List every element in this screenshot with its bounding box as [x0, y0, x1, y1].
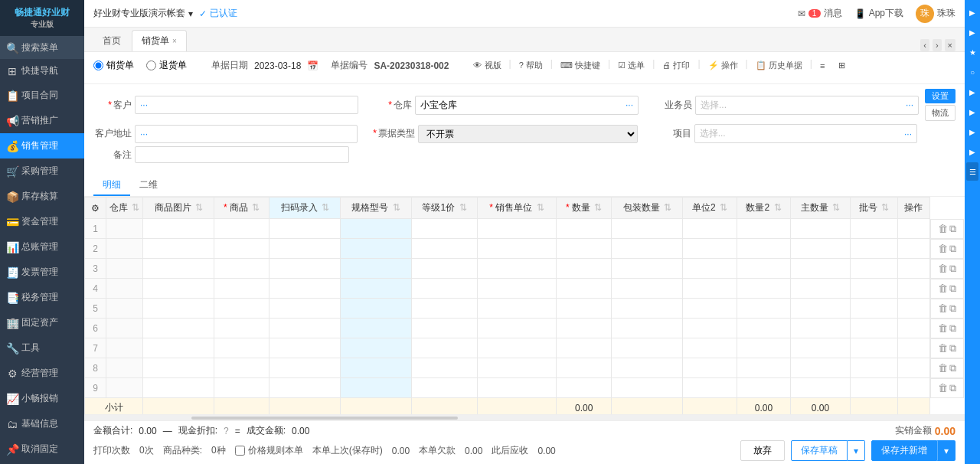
row-warehouse-7[interactable] [143, 338, 214, 358]
hscroll[interactable] [84, 414, 965, 420]
row-qty2-1[interactable] [791, 219, 850, 239]
col-qty[interactable]: * 数量 ⇅ [557, 198, 612, 219]
action-print[interactable]: 🖨 打印 [656, 58, 696, 73]
row-qty-1[interactable] [612, 219, 683, 239]
row-product-img-6[interactable] [214, 319, 270, 338]
row-qty2-9[interactable] [791, 378, 850, 398]
row-batch-3[interactable] [897, 259, 929, 279]
row-warehouse-2[interactable] [143, 239, 214, 259]
customer-dots[interactable]: ··· [140, 100, 148, 110]
col-product-img[interactable]: 商品图片 ⇅ [143, 198, 214, 219]
row-grade-price-7[interactable] [477, 338, 556, 358]
row-unit2-6[interactable] [737, 319, 791, 338]
staff-input[interactable]: 选择... ··· [695, 96, 919, 115]
row-barcode-2[interactable] [341, 239, 412, 259]
right-tool-8[interactable]: ▶ [966, 142, 978, 161]
row-unit2-9[interactable] [737, 378, 791, 398]
right-tool-3[interactable]: ★ [966, 43, 978, 61]
row-delete-2[interactable]: 🗑 [938, 243, 948, 254]
sort-product-img-icon[interactable]: ⇅ [195, 202, 203, 213]
row-qty-3[interactable] [612, 259, 683, 279]
row-delete-8[interactable]: 🗑 [938, 362, 948, 374]
action-operate[interactable]: ⚡ 操作 [702, 58, 744, 73]
row-product-img-3[interactable] [214, 259, 270, 279]
action-select[interactable]: ☑ 选单 [612, 58, 651, 73]
row-gear-3[interactable] [106, 259, 143, 279]
row-gear-4[interactable] [106, 279, 143, 299]
staff-dots[interactable]: ··· [906, 100, 913, 110]
row-warehouse-5[interactable] [143, 299, 214, 319]
row-copy-7[interactable]: ⧉ [949, 342, 956, 355]
row-qty2-5[interactable] [791, 299, 850, 319]
row-grade-price-4[interactable] [477, 279, 556, 299]
row-sale-unit-8[interactable] [557, 358, 612, 378]
sidebar-item-tools[interactable]: 🔧 工具 [0, 335, 84, 361]
row-spec-6[interactable] [412, 319, 478, 338]
row-copy-9[interactable]: ⧉ [949, 382, 956, 394]
tab-nav-prev[interactable]: ‹ [920, 39, 929, 51]
row-delete-7[interactable]: 🗑 [938, 342, 948, 354]
sidebar-item-sales[interactable]: 💰 销售管理 [0, 133, 84, 158]
col-spec[interactable]: 规格型号 ⇅ [341, 198, 412, 219]
row-product-img-4[interactable] [214, 279, 270, 299]
row-gear-2[interactable] [106, 239, 143, 259]
row-grade-price-1[interactable] [477, 219, 556, 239]
action-help[interactable]: ? 帮助 [513, 58, 549, 73]
row-qty-9[interactable] [612, 378, 683, 398]
row-grade-price-9[interactable] [477, 378, 556, 398]
sort-warehouse-icon[interactable]: ⇅ [132, 202, 139, 213]
row-qty2-6[interactable] [791, 319, 850, 338]
row-batch-1[interactable] [897, 219, 929, 239]
sidebar-search[interactable]: 🔍 搜索菜单 [0, 37, 84, 59]
sort-main-qty-icon[interactable]: ⇅ [832, 202, 840, 213]
sidebar-quick-nav[interactable]: ⊞ 快捷导航 [0, 59, 84, 83]
sidebar-item-basic[interactable]: 🗂 基础信息 [0, 411, 84, 436]
row-qty-4[interactable] [612, 279, 683, 299]
message-btn[interactable]: ✉ 1 消息 [798, 7, 842, 20]
radio-return-input[interactable] [146, 60, 156, 70]
row-copy-1[interactable]: ⧉ [949, 223, 956, 235]
inner-tab-detail[interactable]: 明细 [93, 175, 130, 196]
inner-tab-2d[interactable]: 二维 [130, 175, 167, 196]
row-unit2-4[interactable] [737, 279, 791, 299]
sort-grade-price-icon[interactable]: ⇅ [459, 202, 467, 213]
app-download-btn[interactable]: 📱 App下载 [854, 7, 903, 20]
row-main-qty-8[interactable] [850, 358, 897, 378]
row-sale-unit-1[interactable] [557, 219, 612, 239]
sort-qty2-icon[interactable]: ⇅ [774, 202, 782, 213]
row-batch-2[interactable] [897, 239, 929, 259]
row-gear-6[interactable] [106, 319, 143, 338]
sort-pack-qty-icon[interactable]: ⇅ [664, 202, 671, 213]
sidebar-item-finance[interactable]: 💳 资金管理 [0, 209, 84, 234]
row-qty2-2[interactable] [791, 239, 850, 259]
row-barcode-1[interactable] [341, 219, 412, 239]
row-unit2-8[interactable] [737, 358, 791, 378]
row-product-3[interactable] [270, 259, 341, 279]
row-barcode-7[interactable] [341, 338, 412, 358]
row-pack-qty-2[interactable] [683, 239, 737, 259]
help-icon[interactable]: ? [224, 426, 229, 436]
row-qty-8[interactable] [612, 358, 683, 378]
sidebar-item-assets[interactable]: 🏢 固定资产 [0, 310, 84, 335]
add-btn[interactable]: 物流 [925, 105, 956, 121]
warehouse-input[interactable]: 小宝仓库 ··· [415, 96, 639, 115]
save-draft-arrow-btn[interactable]: ▾ [848, 440, 865, 461]
col-gear[interactable]: ⚙ [85, 198, 106, 219]
price-check-label[interactable]: 价格规则本单 [235, 444, 303, 457]
row-pack-qty-7[interactable] [683, 338, 737, 358]
row-grade-price-8[interactable] [477, 358, 556, 378]
col-product[interactable]: * 商品 ⇅ [214, 198, 270, 219]
row-delete-5[interactable]: 🗑 [938, 302, 948, 314]
row-sale-unit-9[interactable] [557, 378, 612, 398]
row-main-qty-2[interactable] [850, 239, 897, 259]
invoice-select[interactable]: 不开票 [418, 125, 638, 143]
sidebar-item-accounting[interactable]: 📊 总账管理 [0, 234, 84, 260]
sidebar-item-management[interactable]: ⚙ 经营管理 [0, 361, 84, 386]
row-delete-6[interactable]: 🗑 [938, 322, 948, 334]
row-product-img-7[interactable] [214, 338, 270, 358]
row-product-img-5[interactable] [214, 299, 270, 319]
col-main-qty[interactable]: 主数量 ⇅ [791, 198, 850, 219]
row-product-5[interactable] [270, 299, 341, 319]
tab-close-icon[interactable]: × [172, 37, 177, 45]
row-main-qty-1[interactable] [850, 219, 897, 239]
